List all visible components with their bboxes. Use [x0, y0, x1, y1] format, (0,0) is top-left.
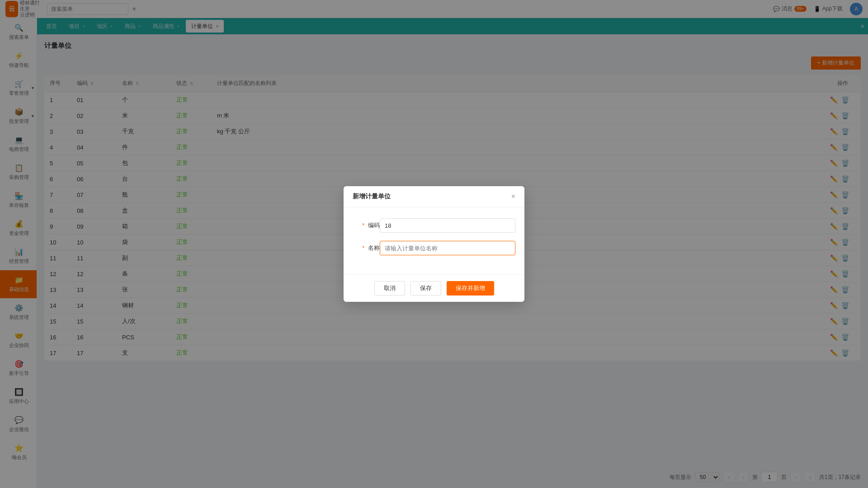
modal-footer: 取消 保存 保存并新增 [344, 274, 524, 302]
save-and-new-button[interactable]: 保存并新增 [447, 281, 494, 296]
modal-header: 新增计量单位 × [344, 186, 524, 207]
modal-close-btn[interactable]: × [511, 192, 515, 201]
code-input[interactable] [380, 218, 515, 233]
required-mark: * [362, 222, 364, 229]
add-unit-modal: 新增计量单位 × * 编码 * 名称 取消 保存 保存并新增 [344, 186, 524, 302]
form-label-name: * 名称 [353, 244, 380, 252]
modal-body: * 编码 * 名称 [344, 207, 524, 274]
required-mark: * [362, 244, 364, 251]
modal-overlay: 新增计量单位 × * 编码 * 名称 取消 保存 保存并新增 [0, 0, 868, 488]
form-label-code: * 编码 [353, 221, 380, 230]
modal-title: 新增计量单位 [353, 192, 391, 201]
cancel-button[interactable]: 取消 [374, 281, 405, 296]
name-input[interactable] [380, 241, 515, 255]
form-row-code: * 编码 [353, 218, 515, 233]
save-button[interactable]: 保存 [410, 281, 441, 296]
form-row-name: * 名称 [353, 241, 515, 255]
